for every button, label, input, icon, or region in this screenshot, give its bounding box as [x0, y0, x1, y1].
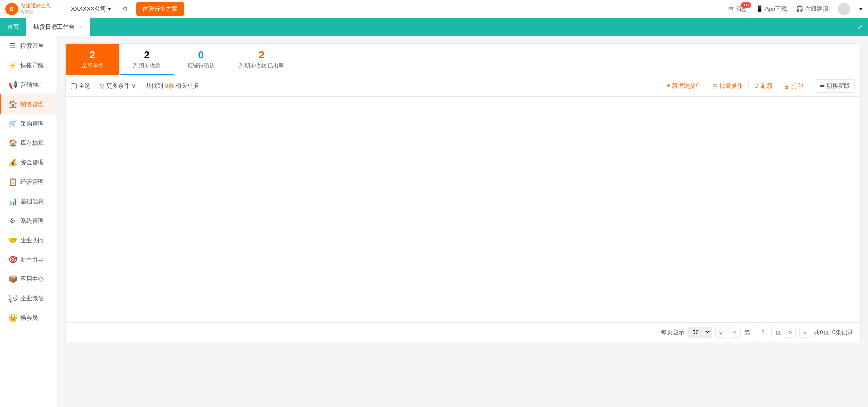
stat-tab-overdue[interactable]: 2 到期未收款 — [120, 44, 174, 75]
toolbar-divider2 — [748, 82, 749, 89]
quick-nav-icon: ⚡ — [9, 61, 17, 70]
per-page-label: 每页显示 — [661, 328, 684, 337]
tab-minimize-icon[interactable]: — — [842, 22, 852, 33]
per-page-select[interactable]: 50 100 — [688, 327, 712, 338]
first-page-btn[interactable]: « — [715, 327, 726, 338]
settings-icon[interactable]: ⚙ — [119, 3, 132, 15]
toolbar-divider4 — [809, 82, 809, 89]
marketing-icon: 📢 — [9, 80, 17, 89]
tab-bar-right: — ⤢ — [842, 22, 868, 33]
page-number-input[interactable] — [754, 327, 772, 337]
sidebar-label-guide: 新手引导 — [20, 256, 44, 264]
avatar[interactable] — [838, 3, 850, 15]
tab-maximize-icon[interactable]: ⤢ — [855, 22, 864, 33]
filter-dropdown-icon: ∨ — [132, 83, 136, 89]
stat-tab-wangpu[interactable]: 0 旺铺待确认 — [174, 44, 228, 75]
experience-btn[interactable]: 体验行业方案 — [136, 2, 184, 16]
stat-tab-all[interactable]: 2 全部单据 — [66, 44, 120, 75]
sidebar-item-quick-nav[interactable]: ⚡ 快捷导航 — [0, 56, 57, 75]
toolbar: 全选 ▽ 更多条件 ∨ 共找到 0条 相关单据 + 新增销货单 ⊞ 批量操作 — [65, 75, 861, 97]
sidebar-label-enterprise-wechat: 企业微信 — [20, 295, 44, 303]
sidebar-item-sales[interactable]: 🏠 销售管理 — [0, 94, 57, 114]
sidebar-item-base-info[interactable]: 📊 基础信息 — [0, 192, 57, 211]
sidebar-item-search-menu[interactable]: ☰ 搜索菜单 — [0, 36, 57, 56]
sidebar-label-member: 畅会员 — [20, 314, 38, 322]
sales-icon: 🏠 — [9, 100, 17, 108]
sidebar-label-finance: 资金管理 — [20, 159, 44, 167]
sidebar-item-inventory[interactable]: 🏠 库存核算 — [0, 133, 57, 153]
print-icon: 🖨 — [784, 83, 790, 89]
stat-tab-shipped[interactable]: 2 到期未收款 已出库 — [228, 44, 295, 75]
select-all-checkbox[interactable]: 全选 — [71, 82, 90, 90]
refresh-btn[interactable]: ↺ 刷新 — [754, 80, 773, 92]
found-text: 共找到 0条 相关单据 — [146, 82, 199, 90]
tab-home-label: 首页 — [7, 23, 19, 31]
sidebar-label-system: 系统管理 — [20, 217, 44, 225]
stat-overdue-label: 到期未收款 — [131, 62, 163, 70]
sidebar-label-inventory: 库存核算 — [20, 139, 44, 147]
sidebar-item-enterprise-wechat[interactable]: 💬 企业微信 — [0, 289, 57, 308]
sidebar-label-sales: 销售管理 — [20, 100, 44, 108]
select-all-input[interactable] — [71, 83, 77, 89]
refresh-label: 刷新 — [761, 82, 773, 90]
sidebar-item-guide[interactable]: 🎯 新手引导 — [0, 250, 57, 269]
tab-close-icon[interactable]: × — [79, 24, 82, 30]
system-icon: ⚙ — [9, 216, 17, 225]
logo-text: 畅捷通好生意 — [21, 3, 51, 9]
add-sale-btn[interactable]: + 新增销货单 — [667, 80, 701, 92]
total-info: 共0页, 0条记录 — [814, 328, 853, 337]
more-filter-btn[interactable]: ▽ 更多条件 ∨ — [96, 80, 140, 92]
logo-icon: 6 — [5, 3, 18, 15]
tab-workbench[interactable]: 钱货日清工作台 × — [26, 18, 90, 36]
stat-shipped-label: 到期未收款 已出库 — [239, 62, 284, 70]
sidebar-item-operations[interactable]: 📋 经营管理 — [0, 172, 57, 192]
purchase-icon: 🛒 — [9, 119, 17, 128]
sidebar-item-system[interactable]: ⚙ 系统管理 — [0, 211, 57, 230]
more-filter-label: 更多条件 — [106, 82, 130, 90]
found-suffix: 相关单据 — [175, 82, 199, 89]
tab-home[interactable]: 首页 — [0, 18, 26, 36]
stat-wangpu-label: 旺铺待确认 — [185, 62, 217, 70]
guide-icon: 🎯 — [9, 255, 17, 264]
refresh-icon: ↺ — [754, 83, 759, 89]
message-btn[interactable]: ✉ 消息 99+ — [728, 5, 747, 13]
batch-btn[interactable]: ⊞ 批量操作 — [712, 80, 743, 92]
company-selector[interactable]: XXXXXX公司 ▾ — [67, 3, 115, 15]
sidebar: ☰ 搜索菜单 ⚡ 快捷导航 📢 营销推广 🏠 销售管理 🛒 采购管理 🏠 库存核… — [0, 36, 58, 407]
sidebar-item-finance[interactable]: 💰 资金管理 — [0, 153, 57, 172]
stat-all-num: 2 — [76, 49, 108, 61]
prev-page-btn[interactable]: < — [730, 327, 741, 338]
sidebar-item-purchase[interactable]: 🛒 采购管理 — [0, 114, 57, 133]
app-download-btn[interactable]: 📱 App下载 — [756, 5, 787, 13]
top-header: 6 畅捷通好生意 标准版 XXXXXX公司 ▾ ⚙ 体验行业方案 ✉ 消息 99… — [0, 0, 868, 18]
sidebar-item-enterprise[interactable]: 🤝 企业协同 — [0, 230, 57, 250]
online-service-btn[interactable]: 🎧 在线客服 — [796, 5, 829, 13]
page-label: 第 — [744, 328, 750, 337]
print-btn[interactable]: 🖨 打印 — [784, 80, 803, 92]
logo-area: 6 畅捷通好生意 标准版 — [5, 3, 63, 15]
sidebar-item-member[interactable]: 👑 畅会员 — [0, 308, 57, 327]
user-dropdown-icon[interactable]: ▾ — [859, 5, 863, 12]
sidebar-label-enterprise: 企业协同 — [20, 236, 44, 244]
toolbar-divider1 — [707, 82, 707, 89]
switch-version-btn[interactable]: ⇌ 切换新版 — [815, 79, 855, 93]
sidebar-item-app-center[interactable]: 📦 应用中心 — [0, 269, 57, 289]
sidebar-label-marketing: 营销推广 — [20, 81, 44, 89]
app-center-icon: 📦 — [9, 275, 17, 283]
sidebar-label-app-center: 应用中心 — [20, 275, 44, 283]
stat-shipped-num: 2 — [239, 49, 284, 61]
sidebar-item-marketing[interactable]: 📢 营销推广 — [0, 75, 57, 94]
filter-icon: ▽ — [100, 83, 104, 89]
member-icon: 👑 — [9, 313, 17, 322]
batch-label: 批量操作 — [719, 82, 743, 90]
pagination: 每页显示 50 100 « < 第 页 > » 共0页, 0条记录 — [65, 323, 861, 342]
next-page-btn[interactable]: > — [785, 327, 796, 338]
headset-icon: 🎧 — [796, 5, 803, 12]
switch-label: 切换新版 — [826, 82, 850, 90]
finance-icon: 💰 — [9, 158, 17, 167]
tab-workbench-label: 钱货日清工作台 — [33, 23, 75, 31]
stat-overdue-num: 2 — [131, 49, 163, 61]
message-icon: ✉ — [728, 5, 733, 12]
last-page-btn[interactable]: » — [799, 327, 810, 338]
toolbar-divider3 — [778, 82, 778, 89]
